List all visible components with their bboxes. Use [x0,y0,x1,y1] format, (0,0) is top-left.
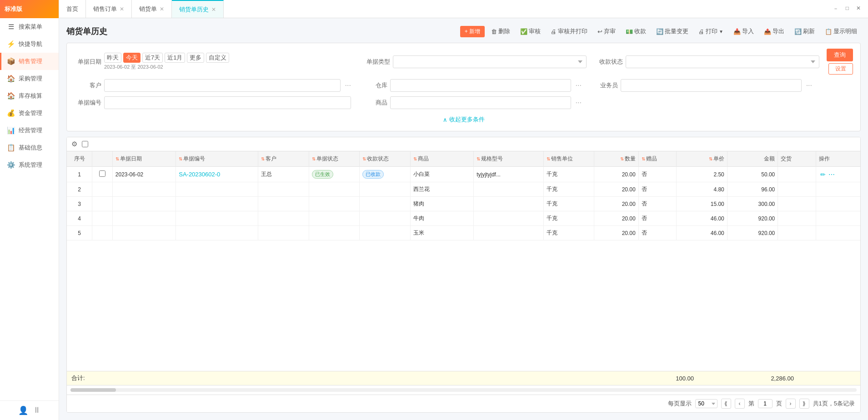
doctype-select[interactable] [393,55,587,68]
new-button[interactable]: + 新增 [460,26,485,37]
sidebar-user-icon[interactable]: 👤 [18,405,28,415]
print-button[interactable]: 🖨 打印 ▼ [695,25,727,37]
minimize-btn[interactable]: － [829,4,842,14]
page-input[interactable] [758,399,773,408]
scrollbar-thumb[interactable] [70,388,116,392]
tab-sales-order-close[interactable]: ✕ [120,6,124,12]
col-qty[interactable]: ⇅数量 [594,151,639,167]
page-first-btn[interactable]: ⟪ [721,399,731,409]
basic-icon: 📋 [7,144,15,152]
more-btn[interactable]: ⋯ [827,171,836,178]
refresh-button[interactable]: 🔃 刷新 [791,25,818,37]
col-price[interactable]: ⇅单价 [677,151,728,167]
main-area: 首页 销售订单 ✕ 销货单 ✕ 销货单历史 ✕ － □ ✕ 销货单历史 + 新增 [59,0,868,420]
goods-label: 商品 [360,99,387,107]
date-btn-yesterday[interactable]: 昨天 [104,53,121,63]
page-header: 销货单历史 + 新增 🗑 删除 ✅ 审核 🖨 审核并打印 ↩ 弃审 [66,25,861,37]
cell-goods: 牛肉 [410,211,473,226]
payment-select[interactable] [626,55,819,68]
col-docstatus[interactable]: ⇅单据状态 [309,151,360,167]
tab-sales-goods[interactable]: 销货单 ✕ [132,0,172,18]
goods-dots[interactable]: ··· [576,99,582,107]
tab-sales-order-label: 销售订单 [93,5,117,13]
sidebar-item-operation[interactable]: 📊 经营管理 [0,122,59,139]
import-button[interactable]: 📥 导入 [730,25,758,37]
date-btn-7days[interactable]: 近7天 [142,53,163,63]
sidebar-item-label: 库存核算 [19,92,42,100]
page-next-btn[interactable]: › [786,399,796,409]
edit-btn[interactable]: ✏ [819,171,827,178]
row-checkbox[interactable] [99,170,105,177]
customer-dots[interactable]: ··· [345,81,351,90]
maximize-btn[interactable]: □ [842,4,853,14]
col-unit[interactable]: ⇅销售单位 [543,151,594,167]
table-settings-btn[interactable]: ⚙ [70,139,78,149]
abandon-button[interactable]: ↩ 弃审 [594,25,619,37]
col-docno[interactable]: ⇅单据编号 [176,151,258,167]
sidebar-item-finance[interactable]: 💰 资金管理 [0,105,59,122]
delete-button[interactable]: 🗑 删除 [487,25,514,37]
salesperson-dots[interactable]: ··· [806,81,812,90]
sidebar-item-system[interactable]: ⚙️ 系统管理 [0,156,59,174]
col-spec[interactable]: ⇅规格型号 [474,151,543,167]
cell-docstatus: 已生效 [309,167,360,182]
audit-print-button[interactable]: 🖨 审核并打印 [547,25,591,37]
tab-sales-history-close[interactable]: ✕ [211,6,216,13]
table-row: 5玉米千克20.00否46.00920.00 [67,226,860,240]
tab-sales-history[interactable]: 销货单历史 ✕ [172,0,224,18]
set-button[interactable]: 设置 [828,63,853,75]
col-paymentstatus[interactable]: ⇅收款状态 [360,151,411,167]
filter-group-goods: 商品 ··· [360,96,582,109]
batch-change-button[interactable]: 🔄 批量变更 [652,25,692,37]
col-customer[interactable]: ⇅客户 [258,151,309,167]
col-delivery: 交货 [778,151,816,167]
cell-no: 2 [67,182,92,197]
date-btn-more[interactable]: 更多 [187,53,204,63]
page-prev-btn[interactable]: ‹ [735,399,745,409]
col-gift[interactable]: ⇅赠品 [638,151,677,167]
tab-sales-order[interactable]: 销售订单 ✕ [86,0,132,18]
cell-gift: 否 [638,226,677,240]
col-checkbox [92,151,113,167]
salesperson-input[interactable] [621,79,802,92]
sidebar-item-sales[interactable]: 📦 销售管理 [0,53,59,70]
sidebar-item-quicknav[interactable]: ⚡ 快捷导航 [0,35,59,53]
cell-action: ✏⋯ [816,167,860,182]
date-btn-custom[interactable]: 自定义 [206,53,229,63]
collapse-button[interactable]: ∧ 收起更多条件 [74,114,853,125]
sidebar-item-search[interactable]: ☰ 搜索菜单 [0,18,59,35]
date-btn-today[interactable]: 今天 [123,53,140,63]
warehouse-input[interactable] [390,79,571,92]
audit-button[interactable]: ✅ 审核 [517,25,544,37]
col-goods[interactable]: ⇅商品 [410,151,473,167]
page-last-btn[interactable]: ⟫ [799,399,809,409]
export-button[interactable]: 📤 导出 [760,25,788,37]
date-btn-1month[interactable]: 近1月 [165,53,185,63]
sidebar-item-basic[interactable]: 📋 基础信息 [0,139,59,156]
warehouse-dots[interactable]: ··· [576,81,582,90]
horizontal-scrollbar[interactable] [70,388,857,392]
collapse-arrow-icon: ∧ [443,116,447,123]
tab-home[interactable]: 首页 [59,0,86,18]
system-icon: ⚙️ [7,161,15,169]
sidebar-collapse-icon[interactable]: ⏸ [33,405,41,415]
cell-qty: 20.00 [594,226,639,240]
docno-input[interactable] [104,96,351,109]
receive-button[interactable]: 💵 收款 [622,25,650,37]
sidebar-item-purchase[interactable]: 🏠 采购管理 [0,70,59,87]
sidebar-brand-label: 标准版 [5,5,22,13]
sort-spec-icon: ⇅ [477,156,480,161]
per-page-select[interactable]: 50 100 200 [695,399,717,408]
show-detail-button[interactable]: 📋 显示明细 [821,25,861,37]
query-button[interactable]: 查询 [827,49,853,61]
close-btn[interactable]: ✕ [853,4,864,14]
cell-action [816,197,860,211]
select-all-checkbox[interactable] [82,141,88,147]
table-scroll[interactable]: 序号 ⇅单据日期 ⇅单据编号 ⇅客户 ⇅单据状态 ⇅收款状态 ⇅商品 ⇅规格型号… [67,151,860,371]
sidebar-item-inventory[interactable]: 🏠 库存核算 [0,87,59,105]
customer-input[interactable] [104,79,341,92]
goods-input[interactable] [390,96,571,109]
tab-sales-goods-close[interactable]: ✕ [160,6,164,12]
docno-link[interactable]: SA-20230602-0 [179,171,220,178]
col-date[interactable]: ⇅单据日期 [112,151,176,167]
